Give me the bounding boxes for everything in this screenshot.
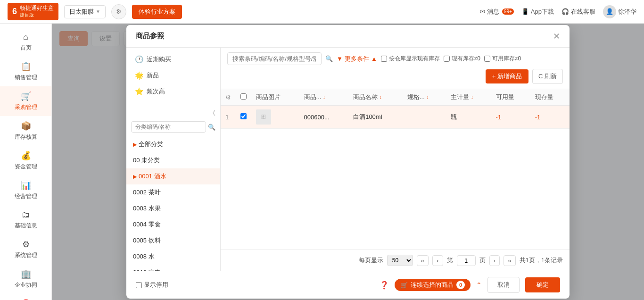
sidebar-item-basic[interactable]: 🗂 基础信息	[0, 205, 51, 234]
sidebar-item-purchase[interactable]: 🛒 采购管理	[0, 86, 51, 116]
per-page-select[interactable]: 50 10 20 100	[387, 255, 413, 266]
available-nonzero-checkbox[interactable]: 可用库存≠0	[484, 55, 521, 63]
sidebar-item-finance[interactable]: 💰 资金管理	[0, 146, 51, 175]
tree-label-cat00: 00 未分类	[133, 156, 160, 165]
tree-item-all[interactable]: ▶ 全部分类	[126, 136, 220, 152]
app-label: App下载	[531, 8, 554, 16]
prev-page-button[interactable]: ‹	[432, 255, 443, 266]
service-label: 在线客服	[571, 8, 595, 16]
messages-nav-item[interactable]: ✉ 消息 99+	[480, 8, 514, 16]
th-name[interactable]: 商品名称 ↕	[348, 89, 403, 106]
select-all-checkbox[interactable]	[240, 93, 247, 100]
right-panel: 🔍 ▼ 更多条件 ▲ 按仓库显示现有库存	[221, 48, 570, 271]
sidebar-item-system[interactable]: ⚙ 系统管理	[0, 234, 51, 264]
tree-item-cat0002[interactable]: 0002 茶叶	[126, 184, 220, 200]
sidebar-label-finance: 资金管理	[15, 163, 37, 171]
modal-close-button[interactable]: ✕	[553, 32, 560, 41]
sidebar-item-enterprise[interactable]: 🏢 企业协同	[0, 264, 51, 294]
warehouse-stock-checkbox[interactable]: 按仓库显示现有库存	[381, 55, 440, 63]
left-tab-recent[interactable]: 🕐 近期购买	[130, 51, 216, 67]
tree-item-cat0010[interactable]: 0010 家电	[126, 265, 220, 271]
table-settings-icon[interactable]: ⚙	[225, 94, 231, 101]
collapse-button[interactable]: 《	[126, 107, 220, 119]
settings-button[interactable]: ⚙	[111, 4, 126, 19]
messages-label: 消息	[487, 8, 499, 16]
logo[interactable]: 6 畅捷通好生意 捷目版	[8, 3, 58, 21]
sort-spec-icon: ↕	[426, 95, 429, 100]
modal-footer: 显示停用 ❓ 🛒 连续选择的商品 0 ⌃ 取消 确定	[126, 271, 570, 299]
sidebar-item-inventory[interactable]: 📦 库存核算	[0, 116, 51, 146]
td-code: 000600...	[299, 106, 349, 129]
purchase-icon: 🛒	[21, 91, 31, 101]
total-label: 共1页，1条记录	[520, 256, 563, 265]
confirm-button[interactable]: 确定	[525, 277, 560, 292]
show-disabled-checkbox[interactable]: 显示停用	[136, 281, 168, 289]
left-tab-new[interactable]: 🌟 新品	[130, 67, 216, 83]
th-spec[interactable]: 规格... ↕	[403, 89, 446, 106]
footer-right: ❓ 🛒 连续选择的商品 0 ⌃ 取消 确定	[380, 277, 560, 293]
nonzero-stock-input[interactable]	[444, 56, 450, 62]
sidebar-label-sales: 销售管理	[15, 74, 37, 82]
filter-arrow-icon: ▲	[371, 55, 377, 62]
left-tab-frequent[interactable]: ⭐ 频次高	[130, 83, 216, 100]
phone-icon: 📱	[521, 8, 529, 15]
refresh-button[interactable]: C 刷新	[532, 69, 563, 84]
show-disabled-input[interactable]	[136, 282, 142, 288]
tree-item-cat0001[interactable]: ▶ 0001 酒水	[126, 168, 220, 184]
trial-button[interactable]: 体验行业方案	[132, 5, 182, 19]
filter-button[interactable]: ▼ 更多条件 ▲	[337, 55, 377, 63]
product-search-input[interactable]	[227, 52, 322, 65]
cart-button[interactable]: 🛒 连续选择的商品 0	[395, 279, 471, 291]
service-nav-item[interactable]: 🎧 在线客服	[561, 8, 595, 16]
product-search-icon[interactable]: 🔍	[325, 55, 333, 62]
sidebar-label-operations: 经营管理	[15, 192, 37, 200]
sidebar-label-basic: 基础信息	[15, 222, 37, 230]
category-search-input[interactable]	[131, 121, 206, 133]
new-icon: 🌟	[135, 71, 144, 80]
category-search-icon[interactable]: 🔍	[208, 124, 215, 131]
next-page-button[interactable]: ›	[489, 255, 500, 266]
tree-label-cat0005: 0005 饮料	[133, 236, 161, 245]
th-code[interactable]: 商品... ↕	[299, 89, 349, 106]
cancel-button[interactable]: 取消	[487, 277, 520, 293]
page-number-input[interactable]	[457, 255, 476, 266]
enterprise-icon: 🏢	[21, 269, 31, 279]
sort-code-icon: ↕	[323, 95, 325, 100]
nonzero-stock-label: 现有库存≠0	[452, 55, 480, 63]
th-available: 可用量	[491, 89, 530, 106]
tree-item-cat0003[interactable]: 0003 水果	[126, 200, 220, 217]
row-checkbox[interactable]	[240, 113, 247, 119]
chevron-up-icon[interactable]: ⌃	[476, 281, 482, 289]
last-page-button[interactable]: »	[504, 255, 515, 266]
td-image: 图	[251, 106, 299, 129]
app-download-nav-item[interactable]: 📱 App下载	[521, 8, 554, 16]
tree-arrow-cat0001: ▶	[133, 174, 137, 180]
nonzero-stock-checkbox[interactable]: 现有库存≠0	[444, 55, 480, 63]
user-nav-item[interactable]: 👤 徐泽华	[603, 5, 636, 18]
help-icon[interactable]: ❓	[380, 281, 389, 290]
store-select[interactable]: 日太阳膜 ▼	[64, 5, 106, 18]
tree-item-cat0005[interactable]: 0005 饮料	[126, 233, 220, 249]
logo-title: 畅捷通好生意	[20, 5, 54, 12]
message-icon: ✉	[480, 8, 485, 15]
pagination-bar: 每页显示 50 10 20 100 « ‹ 第 页	[221, 250, 570, 271]
sidebar-item-home[interactable]: ⌂ 首页	[0, 27, 51, 57]
add-product-button[interactable]: + 新增商品	[486, 69, 528, 83]
th-settings: ⚙	[221, 89, 236, 106]
sidebar-item-sales[interactable]: 📋 销售管理	[0, 57, 51, 86]
warehouse-stock-input[interactable]	[381, 56, 387, 62]
tree-item-cat0004[interactable]: 0004 零食	[126, 217, 220, 233]
tree-item-cat0008[interactable]: 0008 水	[126, 249, 220, 265]
sidebar-item-operations[interactable]: 📊 经营管理	[0, 175, 51, 205]
tree-item-cat00[interactable]: 00 未分类	[126, 152, 220, 168]
messages-badge: 99+	[502, 8, 514, 15]
operations-icon: 📊	[21, 180, 31, 191]
sidebar-item-guide[interactable]: 🎯 新手引导	[0, 294, 51, 300]
th-unit[interactable]: 主计量 ↕	[446, 89, 491, 106]
first-page-button[interactable]: «	[417, 255, 429, 266]
table-row[interactable]: 1 图 000600... 白酒100ml	[221, 106, 570, 129]
right-toolbar: 🔍 ▼ 更多条件 ▲ 按仓库显示现有库存	[221, 48, 570, 89]
inventory-icon: 📦	[21, 121, 31, 131]
available-nonzero-input[interactable]	[484, 56, 490, 62]
warehouse-stock-label: 按仓库显示现有库存	[389, 55, 440, 63]
